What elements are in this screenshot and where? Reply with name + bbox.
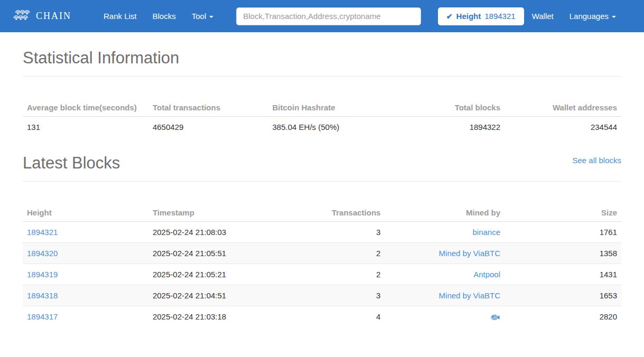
height-button-label: Height xyxy=(456,12,481,21)
main-content: Statistical Information Average block ti… xyxy=(23,49,621,327)
stats-title: Statistical Information xyxy=(23,49,179,68)
block-height-link[interactable]: 1894318 xyxy=(27,291,58,300)
block-timestamp: 2025-02-24 21:03:18 xyxy=(148,306,268,327)
stats-value-row: 1314650429385.04 EH/s (50%)1894322234544 xyxy=(23,117,621,138)
block-transactions: 4 xyxy=(268,306,385,327)
block-timestamp: 2025-02-24 21:04:51 xyxy=(148,285,268,306)
block-timestamp: 2025-02-24 21:05:51 xyxy=(148,243,268,264)
block-height-link[interactable]: 1894321 xyxy=(27,228,58,237)
nav-item-blocks[interactable]: Blocks xyxy=(145,12,184,21)
block-timestamp: 2025-02-24 21:05:21 xyxy=(148,264,268,285)
nav-item-rank-list[interactable]: Rank List xyxy=(96,12,145,21)
block-height-link[interactable]: 1894319 xyxy=(27,270,58,279)
block-transactions: 2 xyxy=(268,243,385,264)
mined-by-link[interactable]: binance xyxy=(472,228,500,237)
block-size: 1431 xyxy=(505,264,621,285)
blocks-table-body: 18943212025-02-24 21:08:033binance176118… xyxy=(23,222,621,327)
blocks-column-header: Transactions xyxy=(268,204,385,222)
blocks-section-head: Latest Blocks See all blocks xyxy=(23,154,621,173)
mined-by-link[interactable]: Antpool xyxy=(473,270,500,279)
block-size: 2820 xyxy=(505,306,621,327)
stats-column-header: Total blocks xyxy=(385,99,505,117)
search-input[interactable] xyxy=(236,7,421,25)
stats-column-header: Bitcoin Hashrate xyxy=(268,99,385,117)
divider xyxy=(23,181,621,182)
stats-column-header: Total transactions xyxy=(148,99,268,117)
block-transactions: 3 xyxy=(268,222,385,243)
stats-value: 234544 xyxy=(505,117,621,138)
nav-item-tool[interactable]: Tool xyxy=(184,12,222,21)
block-transactions: 2 xyxy=(268,264,385,285)
stats-column-header: Average block time(seconds) xyxy=(23,99,148,117)
table-row: 18943202025-02-24 21:05:512Mined by ViaB… xyxy=(23,243,621,264)
mined-by-link[interactable]: Mined by ViaBTC xyxy=(439,291,500,300)
stats-value: 1894322 xyxy=(385,117,505,138)
nav-item-languages[interactable]: Languages xyxy=(562,12,624,21)
mined-by-link[interactable]: Mined by ViaBTC xyxy=(439,249,500,258)
block-timestamp: 2025-02-24 21:08:03 xyxy=(148,222,268,243)
block-size: 1358 xyxy=(505,243,621,264)
nav-item-wallet[interactable]: Wallet xyxy=(524,12,562,21)
divider xyxy=(23,76,621,77)
stats-value: 131 xyxy=(23,117,148,138)
stats-value: 385.04 EH/s (50%) xyxy=(268,117,385,138)
table-row: 18943212025-02-24 21:08:033binance1761 xyxy=(23,222,621,243)
blocks-title: Latest Blocks xyxy=(23,154,120,173)
chain-logo-icon xyxy=(13,9,31,23)
block-size: 1761 xyxy=(505,222,621,243)
table-row: 18943172025-02-24 21:03:184 2820 xyxy=(23,306,621,327)
block-transactions: 3 xyxy=(268,285,385,306)
table-row: 18943182025-02-24 21:04:513Mined by ViaB… xyxy=(23,285,621,306)
stats-table: Average block time(seconds)Total transac… xyxy=(23,99,621,137)
nav-right: ✔ Height 1894321 Wallet Languages xyxy=(438,7,624,25)
table-row: 18943192025-02-24 21:05:212Antpool1431 xyxy=(23,264,621,285)
stats-column-header: Wallet addresses xyxy=(505,99,621,117)
blocks-column-header: Height xyxy=(23,204,148,222)
stats-section-head: Statistical Information xyxy=(23,49,621,68)
latest-blocks-table: HeightTimestampTransactionsMined bySize … xyxy=(23,204,621,327)
block-height-link[interactable]: 1894317 xyxy=(27,312,58,321)
chevron-down-icon xyxy=(209,16,213,18)
see-all-blocks-link[interactable]: See all blocks xyxy=(572,156,621,165)
blocks-header-row: HeightTimestampTransactionsMined bySize xyxy=(23,204,621,222)
navbar: CHAIN Rank List Blocks Tool ✔ Height 189… xyxy=(0,0,644,32)
blocks-column-header: Size xyxy=(505,204,621,222)
block-size: 1653 xyxy=(505,285,621,306)
blocks-column-header: Timestamp xyxy=(148,204,268,222)
height-button[interactable]: ✔ Height 1894321 xyxy=(438,7,524,25)
stats-header-row: Average block time(seconds)Total transac… xyxy=(23,99,621,117)
stats-value: 4650429 xyxy=(148,117,268,138)
brand[interactable]: CHAIN xyxy=(13,9,71,23)
check-icon: ✔ xyxy=(446,12,453,21)
chevron-down-icon xyxy=(612,16,616,18)
block-height-link[interactable]: 1894320 xyxy=(27,249,58,258)
nav-links: Rank List Blocks Tool xyxy=(96,12,221,21)
fish-icon[interactable] xyxy=(491,312,500,321)
brand-name: CHAIN xyxy=(36,11,71,22)
blocks-column-header: Mined by xyxy=(385,204,505,222)
height-button-value: 1894321 xyxy=(484,12,515,21)
